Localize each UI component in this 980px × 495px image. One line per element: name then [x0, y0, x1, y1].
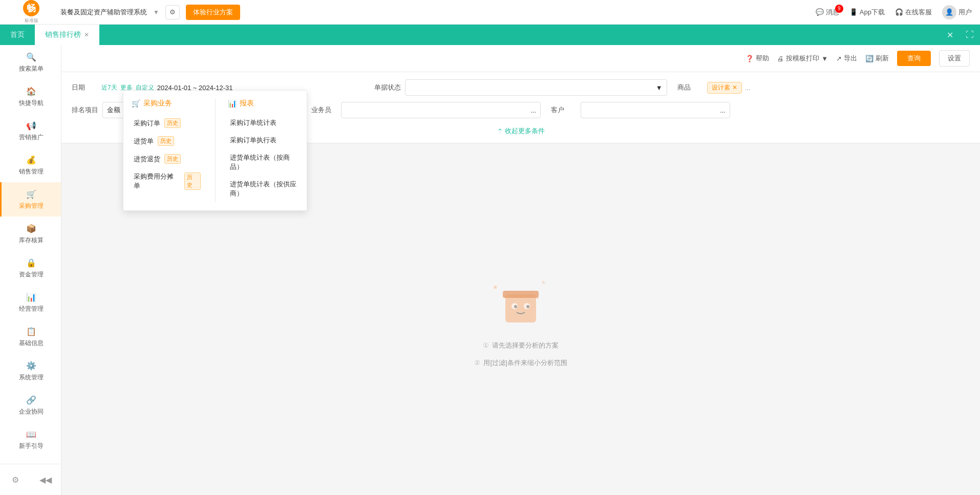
export-btn[interactable]: ↗ 导出 — [836, 54, 857, 63]
search-icon: 🔍 — [26, 51, 37, 62]
sidebar-item-operations[interactable]: 📊 经营管理 — [0, 285, 61, 319]
report-col-title: 📊 报表 — [228, 99, 299, 108]
empty-hint-1: ① 请先选择要分析的方案 — [483, 341, 559, 350]
menu-item-inbound-stats-goods[interactable]: 进货单统计表（按商品） — [228, 149, 299, 176]
voucher-status-select[interactable]: ▼ — [405, 79, 667, 96]
svg-rect-1 — [503, 291, 539, 298]
sidebar-collapse-btn[interactable]: ◀◀ — [36, 470, 55, 489]
sidebar-item-basic-info[interactable]: 📋 基础信息 — [0, 319, 61, 354]
refresh-icon: 🔄 — [865, 55, 874, 62]
online-service-btn[interactable]: 🎧 在线客服 — [895, 8, 932, 17]
online-service-label: 在线客服 — [905, 8, 932, 17]
sidebar-settings-btn[interactable]: ⚙ — [6, 470, 25, 489]
salesperson-select[interactable]: ... — [341, 102, 541, 118]
user-btn[interactable]: 👤 用户 — [942, 5, 972, 19]
purchase-col: 🛒 采购业务 采购订单 历史 进货单 历史 进货退货 历史 采购费用分摊单 — [132, 99, 203, 202]
svg-text:★: ★ — [541, 279, 546, 285]
settings-btn[interactable]: 设置 — [939, 50, 970, 67]
collapse-filter-btn[interactable]: ⌃ 收起更多条件 — [497, 126, 545, 136]
avatar-icon: 👤 — [945, 8, 953, 16]
order-stats-label: 采购订单统计表 — [230, 118, 276, 127]
sidebar-label-basic-info: 基础信息 — [19, 339, 44, 348]
expense-label: 采购费用分摊单 — [134, 172, 180, 190]
menu-item-order-stats[interactable]: 采购订单统计表 — [228, 114, 299, 132]
menu-divider — [215, 99, 216, 202]
sidebar-item-system[interactable]: ⚙️ 系统管理 — [0, 354, 61, 388]
return-label: 进货退货 — [134, 155, 160, 164]
headset-icon: 🎧 — [895, 8, 903, 16]
menu-item-order-exec[interactable]: 采购订单执行表 — [228, 132, 299, 149]
filter-goods: 商品 设计素 ✕ ... — [677, 82, 970, 94]
home-icon: 🏠 — [26, 85, 37, 97]
inbound-stats-supplier-label: 进货单统计表（按供应商） — [230, 180, 297, 198]
collapse-label: 收起更多条件 — [505, 126, 545, 136]
help-btn[interactable]: ❓ 帮助 — [745, 54, 769, 63]
notification-btn[interactable]: 💬 消息 9 — [816, 8, 839, 17]
sidebar-label-inventory: 库存核算 — [19, 236, 44, 245]
goods-tag-close[interactable]: ✕ — [732, 84, 737, 91]
avatar: 👤 — [942, 5, 956, 19]
salesperson-label: 业务员 — [311, 105, 337, 115]
sidebar-item-sales[interactable]: 💰 销售管理 — [0, 148, 61, 182]
system-title: 装餐及固定资产辅助管理系统 — [60, 8, 147, 17]
print-label: 按模板打印 — [786, 54, 819, 63]
phone-icon: 📱 — [849, 8, 858, 16]
system-title-dropdown[interactable]: ▼ — [151, 7, 161, 17]
menu-item-purchase-order[interactable]: 采购订单 历史 — [132, 114, 203, 132]
empty-text-2: 用[过滤]条件来缩小分析范围 — [483, 358, 567, 368]
query-btn[interactable]: 查询 — [897, 51, 931, 66]
sidebar-item-search[interactable]: 🔍 搜索菜单 — [0, 45, 61, 79]
topbar: 畅 标准版 装餐及固定资产辅助管理系统 ▼ ⚙ 体验行业方案 💬 消息 9 📱 … — [0, 0, 980, 25]
purchase-col-icon: 🛒 — [132, 99, 140, 107]
menu-item-inbound[interactable]: 进货单 历史 — [132, 132, 203, 150]
sidebar-item-finance[interactable]: 🔒 资金管理 — [0, 251, 61, 285]
operations-icon: 📊 — [26, 291, 37, 303]
user-label: 用户 — [958, 8, 972, 17]
goods-tag[interactable]: 设计素 ✕ — [707, 82, 742, 94]
sidebar-label-search: 搜索菜单 — [19, 64, 44, 73]
report-col-icon: 📊 — [228, 99, 237, 107]
export-icon: ↗ — [836, 55, 842, 62]
menu-item-return[interactable]: 进货退货 历史 — [132, 150, 203, 168]
voucher-status-label: 单据状态 — [374, 83, 401, 92]
sidebar-item-enterprise[interactable]: 🔗 企业协同 — [0, 388, 61, 422]
customer-select[interactable]: ... — [581, 102, 730, 118]
settings-icon[interactable]: ⚙ — [165, 5, 180, 19]
svg-point-5 — [526, 305, 529, 308]
order-exec-label: 采购订单执行表 — [230, 136, 276, 145]
finance-icon: 🔒 — [26, 257, 37, 268]
goods-more-dots: ... — [745, 84, 751, 92]
main-layout: 🔍 搜索菜单 🏠 快捷导航 📢 营销推广 💰 销售管理 🛒 采购管理 📦 库存核… — [0, 45, 980, 495]
purchase-col-title-text: 采购业务 — [143, 99, 172, 108]
sidebar-bottom: ⚙ ◀◀ — [0, 464, 61, 495]
print-btn[interactable]: 🖨 按模板打印 ▼ — [777, 54, 828, 63]
svg-rect-0 — [505, 294, 536, 322]
sidebar-item-marketing[interactable]: 📢 营销推广 — [0, 114, 61, 148]
sidebar-item-quick-nav[interactable]: 🏠 快捷导航 — [0, 79, 61, 114]
sidebar-item-purchase[interactable]: 🛒 采购管理 — [0, 182, 61, 217]
sidebar-item-inventory[interactable]: 📦 库存核算 — [0, 217, 61, 251]
report-col: 📊 报表 采购订单统计表 采购订单执行表 进货单统计表（按商品） 进货单统计表（… — [228, 99, 299, 202]
purchase-order-hist: 历史 — [164, 118, 181, 128]
refresh-btn[interactable]: 🔄 刷新 — [865, 54, 889, 63]
industry-btn[interactable]: 体验行业方案 — [186, 5, 240, 20]
filter-toolbar: ❓ 帮助 🖨 按模板打印 ▼ ↗ 导出 🔄 刷新 查询 设置 — [61, 45, 980, 72]
sidebar-label-purchase: 采购管理 — [19, 202, 44, 210]
salesperson-dots: ... — [530, 106, 536, 114]
preset-7days-btn[interactable]: 近7天 — [101, 83, 117, 92]
tab-sales-rank-label: 销售排行榜 — [45, 30, 81, 39]
menu-item-expense[interactable]: 采购费用分摊单 历史 — [132, 168, 203, 195]
close-all-tabs-icon[interactable]: ✕ — [941, 30, 960, 40]
sidebar-label-guide: 新手引导 — [19, 442, 44, 450]
tab-home[interactable]: 首页 — [0, 25, 35, 45]
expand-icon[interactable]: ⛶ — [960, 30, 980, 39]
app-download-btn[interactable]: 📱 App下载 — [849, 8, 885, 17]
return-hist: 历史 — [164, 154, 181, 164]
empty-text-1: 请先选择要分析的方案 — [492, 341, 559, 350]
tab-close-icon[interactable]: ✕ — [84, 31, 89, 38]
tab-sales-rank[interactable]: 销售排行榜 ✕ — [35, 25, 99, 45]
menu-item-inbound-stats-supplier[interactable]: 进货单统计表（按供应商） — [228, 176, 299, 202]
goods-label: 商品 — [677, 83, 703, 92]
logo-subtext: 标准版 — [25, 17, 38, 24]
sidebar-item-guide[interactable]: 📖 新手引导 — [0, 422, 61, 457]
